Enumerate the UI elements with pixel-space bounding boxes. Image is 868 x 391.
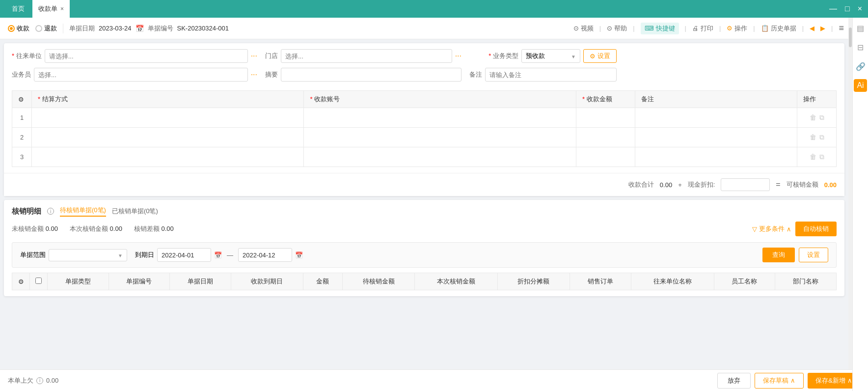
maximize-icon[interactable]: □ (843, 3, 852, 14)
bth-settings[interactable]: ⚙ (12, 273, 30, 290)
row-3-account[interactable] (304, 147, 576, 167)
form-settings-btn[interactable]: ⚙ 设置 (583, 49, 617, 63)
tab-receipt[interactable]: 收款单 × (32, 0, 70, 18)
calendar-icon[interactable]: 📅 (136, 25, 144, 32)
tab-close-icon[interactable]: × (60, 5, 64, 12)
row-1-copy-icon[interactable]: ⧉ (819, 113, 824, 122)
row-3-copy-icon[interactable]: ⧉ (819, 153, 824, 161)
radio-receive-circle (8, 25, 15, 32)
shortcut-icon: ⌨ (645, 25, 654, 32)
row-3-note[interactable] (635, 147, 797, 167)
history-btn[interactable]: 📋 历史单据 (761, 24, 796, 33)
save-draft-btn[interactable]: 保存草稿 ∧ (755, 373, 804, 389)
row-3-settlement[interactable] (32, 147, 304, 167)
row-1-settlement[interactable] (32, 108, 304, 128)
print-btn[interactable]: 🖨 打印 (692, 24, 713, 33)
sidebar-link-icon[interactable]: 🔗 (854, 60, 868, 73)
sidebar-ai-icon[interactable]: Ai (854, 79, 867, 92)
row-2-note[interactable] (635, 128, 797, 147)
balance-value: 0.00 (46, 377, 58, 384)
scrollbar-thumb (849, 28, 852, 47)
th-settings[interactable]: ⚙ (12, 91, 32, 108)
bth-checkbox[interactable] (30, 273, 48, 290)
uncancelled-value: 0.00 (46, 225, 58, 232)
bth-department: 部门名称 (775, 273, 837, 290)
row-2-num: 2 (12, 128, 32, 147)
date-label: 单据日期 (69, 24, 95, 33)
nav-next-icon[interactable]: ▶ (820, 25, 825, 32)
row-1-amount[interactable] (576, 108, 635, 128)
bth-sales-order: 销售订单 (570, 273, 631, 290)
date-value[interactable]: 2023-03-24 (99, 25, 132, 32)
balance-info-icon[interactable]: i (36, 377, 43, 384)
receipt-table: ⚙ 结算方式 收款账号 收款金额 备注 (12, 90, 837, 167)
radio-return[interactable]: 退款 (35, 24, 57, 33)
summary-label: 摘要 (265, 70, 278, 79)
operation-btn[interactable]: ⚙ 操作 (727, 24, 747, 33)
select-all-checkbox[interactable] (35, 278, 42, 284)
minimize-icon[interactable]: — (827, 3, 839, 14)
th-note: 备注 (635, 91, 797, 108)
counterpart-more-btn[interactable]: ··· (251, 52, 257, 60)
diff-stat: 核销差额 0.00 (134, 224, 174, 233)
form-row-2: 业务员 ··· 摘要 备注 (12, 68, 837, 82)
help-btn[interactable]: ⊙ 帮助 (607, 24, 627, 33)
close-icon[interactable]: × (856, 3, 864, 14)
row-2-amount[interactable] (576, 128, 635, 147)
table-row: 2 🗑 ⧉ (12, 128, 837, 147)
counterpart-input[interactable] (45, 49, 248, 63)
salesperson-input[interactable] (34, 68, 248, 82)
sidebar-receipt-icon[interactable]: ⊟ (855, 41, 866, 54)
auto-writeoff-btn[interactable]: 自动核销 (795, 222, 837, 236)
radio-return-label: 退款 (44, 24, 57, 33)
total-value: 0.00 (660, 181, 672, 189)
date-end-input[interactable] (238, 248, 292, 262)
window-controls: — □ × (827, 3, 864, 14)
bth-type: 单据类型 (48, 273, 109, 290)
range-field: 单据范围 (20, 249, 127, 261)
filter-settings-btn[interactable]: 设置 (799, 248, 828, 262)
nav-prev-icon[interactable]: ◀ (810, 25, 814, 32)
query-btn[interactable]: 查询 (762, 248, 795, 262)
row-2-settlement[interactable] (32, 128, 304, 147)
row-3-amount[interactable] (576, 147, 635, 167)
discard-btn[interactable]: 放弃 (717, 373, 751, 389)
row-1-note[interactable] (635, 108, 797, 128)
row-3-actions: 🗑 ⧉ (797, 147, 837, 167)
calendar-end-icon[interactable]: 📅 (295, 251, 303, 259)
video-icon: ⊙ (573, 25, 579, 32)
range-select[interactable] (49, 249, 127, 261)
number-label: 单据编号 (148, 24, 173, 33)
writeoff-info-icon[interactable]: i (47, 208, 54, 215)
store-input[interactable] (281, 49, 452, 63)
date-start-input[interactable] (157, 248, 211, 262)
writeoff-title: 核销明细 (12, 207, 41, 216)
more-conditions-btn[interactable]: ▽ 更多条件 ∧ (752, 224, 791, 233)
calendar-start-icon[interactable]: 📅 (214, 251, 222, 259)
radio-receive[interactable]: 收款 (8, 24, 29, 33)
done-tab[interactable]: 已核销单据(0笔) (112, 207, 158, 216)
salesperson-more-btn[interactable]: ··· (251, 70, 257, 79)
view-list-icon[interactable]: ≡ (839, 23, 844, 33)
sidebar-table-icon[interactable]: ▤ (855, 22, 866, 35)
note-input[interactable] (485, 68, 617, 82)
row-2-copy-icon[interactable]: ⧉ (819, 133, 824, 141)
summary-input[interactable] (281, 68, 461, 82)
bth-employee: 员工名称 (714, 273, 775, 290)
row-1-delete-icon[interactable]: 🗑 (810, 113, 816, 122)
scrollbar[interactable] (848, 18, 852, 391)
row-2-actions: 🗑 ⧉ (797, 128, 837, 147)
discount-label: 现金折扣: (688, 180, 715, 189)
row-2-delete-icon[interactable]: 🗑 (810, 133, 816, 141)
store-more-btn[interactable]: ··· (455, 52, 461, 60)
shortcut-btn[interactable]: ⌨ 快捷键 (641, 23, 679, 34)
writeoff-actions: ▽ 更多条件 ∧ 自动核销 (752, 222, 837, 236)
business-type-select[interactable]: 预收款 (521, 49, 580, 63)
video-btn[interactable]: ⊙ 视频 (573, 24, 594, 33)
pending-tab[interactable]: 待核销单据(0笔) (60, 206, 106, 217)
tab-home[interactable]: 首页 (4, 0, 32, 18)
discount-input[interactable] (721, 178, 770, 191)
row-3-delete-icon[interactable]: 🗑 (810, 153, 816, 161)
row-1-account[interactable] (304, 108, 576, 128)
row-2-account[interactable] (304, 128, 576, 147)
